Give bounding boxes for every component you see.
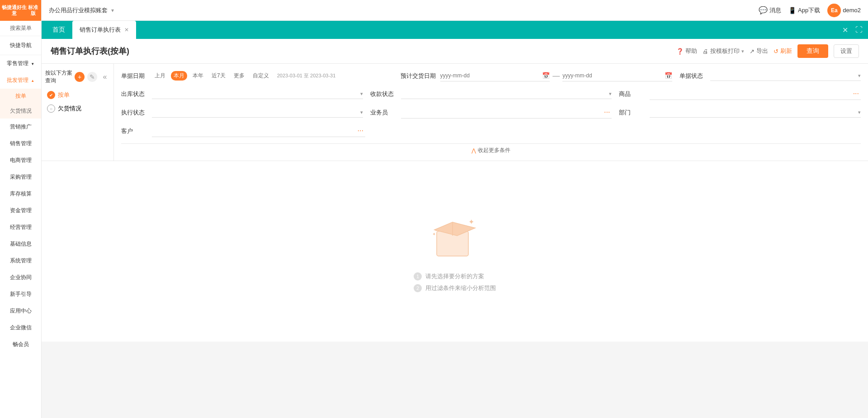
print-icon: 🖨 — [703, 48, 708, 55]
app-icon: 📱 — [788, 7, 796, 14]
sidebar-item-app-center[interactable]: 应用中心 — [0, 303, 41, 319]
message-icon: 💬 — [759, 6, 768, 14]
sidebar-item-new-guide[interactable]: 新手引导 — [0, 286, 41, 303]
add-scheme-btn[interactable]: + — [75, 72, 85, 82]
payment-status-select[interactable]: ▾ — [401, 89, 612, 99]
filter-field-customer: 客户 ··· — [121, 125, 365, 137]
salesperson-more-btn[interactable]: ··· — [602, 108, 612, 116]
app-download-btn[interactable]: 📱 App下载 — [788, 6, 820, 14]
tab-sales-order[interactable]: 销售订单执行表 ✕ — [72, 21, 136, 39]
exec-status-label: 执行状态 — [121, 109, 148, 117]
filter-field-goods: 商品 ··· — [619, 88, 861, 100]
sidebar-item-marketing[interactable]: 营销推广 — [0, 119, 41, 135]
dept-select[interactable]: ▾ — [650, 108, 861, 118]
date-quick-custom[interactable]: 自定义 — [250, 71, 272, 81]
collapse-sidebar-btn[interactable]: « — [100, 72, 110, 82]
date-quick-last-month[interactable]: 上月 — [152, 71, 168, 81]
sidebar-item-enterprise-wechat[interactable]: 企业微信 — [0, 319, 41, 336]
user-menu[interactable]: Ea demo2 — [827, 4, 861, 17]
sidebar-item-enterprise-collab[interactable]: 企业协同 — [0, 269, 41, 286]
topbar: 办公用品行业模拟账套 ▾ 💬 消息 📱 App下载 Ea demo2 — [42, 0, 868, 21]
page-content: 销售订单执行表(按单) ❓ 帮助 🖨 按模板打印 ▾ ↗ 导出 ↺ 刷新 — [42, 39, 868, 418]
out-status-select[interactable]: ▾ — [152, 89, 363, 99]
sidebar-sub-item-按单[interactable]: 按单 — [0, 89, 41, 104]
help-btn[interactable]: ❓ 帮助 — [676, 47, 697, 55]
sidebar-item-wholesale[interactable]: 批发管理 — [0, 72, 41, 89]
sidebar-sub-wholesale: 按单 欠货情况 — [0, 89, 41, 119]
tab-expand-btn[interactable]: ⛶ — [854, 24, 864, 36]
user-avatar: Ea — [827, 4, 841, 17]
sidebar-item-finance[interactable]: 资金管理 — [0, 202, 41, 219]
empty-icon: ✦ ✦ — [428, 211, 482, 265]
refresh-btn[interactable]: ↺ 刷新 — [774, 47, 792, 55]
svg-text:✦: ✦ — [432, 232, 436, 237]
quick-nav[interactable]: 快捷导航 — [0, 36, 41, 55]
status-select[interactable]: ▾ — [710, 71, 861, 81]
filter-panel: 按以下方案查询 + ✎ « ✔ 按单 ○ 欠货情况 — [42, 64, 868, 161]
message-btn[interactable]: 💬 消息 — [759, 6, 781, 14]
sidebar-item-inventory[interactable]: 库存核算 — [0, 185, 41, 202]
filter-field-salesperson: 业务员 ··· — [370, 106, 612, 119]
sidebar-item-ecommerce[interactable]: 电商管理 — [0, 152, 41, 169]
sidebar-item-quick-nav[interactable]: 快捷导航 — [0, 39, 41, 52]
expected-date-from[interactable]: 📅 — [440, 70, 550, 81]
topbar-right: 💬 消息 📱 App下载 Ea demo2 — [759, 4, 861, 17]
salesperson-label: 业务员 — [370, 109, 397, 117]
exec-status-arrow: ▾ — [360, 109, 363, 115]
filter-item-按单[interactable]: ✔ 按单 — [45, 88, 110, 102]
status-label: 单据状态 — [679, 72, 707, 80]
sidebar-item-operations[interactable]: 经营管理 — [0, 219, 41, 236]
query-button[interactable]: 查询 — [797, 44, 828, 58]
dept-arrow: ▾ — [858, 109, 861, 115]
sidebar-item-purchase[interactable]: 采购管理 — [0, 169, 41, 185]
print-dropdown-icon[interactable]: ▾ — [741, 48, 744, 54]
date-separator: — — [552, 72, 560, 80]
filter-item-欠货情况[interactable]: ○ 欠货情况 — [45, 102, 110, 115]
goods-more-btn[interactable]: ··· — [851, 90, 861, 98]
filter-row-4: 客户 ··· — [121, 125, 861, 137]
exec-status-select[interactable]: ▾ — [152, 108, 363, 118]
date-label: 单据日期 — [121, 72, 148, 80]
expected-date-label: 预计交货日期 — [401, 72, 437, 80]
sidebar-item-vip-member[interactable]: 畅会员 — [0, 336, 41, 353]
page-title: 销售订单执行表(按单) — [51, 46, 129, 57]
tab-close-btn[interactable]: ✕ — [840, 24, 850, 36]
sidebar-item-system[interactable]: 系统管理 — [0, 252, 41, 269]
date-quick-this-year[interactable]: 本年 — [190, 71, 206, 81]
print-btn[interactable]: 🖨 按模板打印 ▾ — [703, 47, 744, 55]
collapse-icon: ⋀ — [472, 147, 476, 154]
main-content: 办公用品行业模拟账套 ▾ 💬 消息 📱 App下载 Ea demo2 首页 销售… — [42, 0, 868, 418]
filter-item-icon-按单: ✔ — [47, 91, 55, 99]
customer-more-btn[interactable]: ··· — [356, 127, 365, 135]
date-quick-select: 上月 本月 本年 近7天 更多 自定义 — [152, 71, 272, 81]
sidebar-item-sales[interactable]: 销售管理 — [0, 135, 41, 152]
filter-row-2: 出库状态 ▾ 收款状态 ▾ 商品 — [121, 88, 861, 100]
filter-sidebar-actions: + ✎ « — [75, 72, 110, 82]
empty-text-item-2: 2 用过滤条件来缩小分析范围 — [414, 284, 496, 292]
empty-text-item-1: 1 请先选择要分析的方案 — [414, 272, 496, 280]
collapse-bar[interactable]: ⋀ 收起更多条件 — [121, 143, 861, 157]
export-btn[interactable]: ↗ 导出 — [750, 47, 768, 55]
expected-date-to[interactable]: 📅 — [562, 70, 672, 81]
settings-button[interactable]: 设置 — [834, 44, 859, 58]
expected-date-to-input[interactable] — [562, 72, 665, 79]
search-menu[interactable]: 搜索菜单 — [0, 21, 41, 36]
date-quick-this-month[interactable]: 本月 — [171, 71, 187, 81]
filter-field-expected-date: 预计交货日期 📅 — 📅 — [401, 70, 673, 81]
out-status-label: 出库状态 — [121, 90, 148, 98]
sidebar-sub-item-欠货情况[interactable]: 欠货情况 — [0, 104, 41, 119]
date-quick-more[interactable]: 更多 — [231, 71, 247, 81]
date-quick-7days[interactable]: 近7天 — [209, 71, 228, 81]
filter-item-icon-欠货情况: ○ — [47, 104, 55, 113]
filter-field-exec-status: 执行状态 ▾ — [121, 108, 363, 118]
sidebar-item-retail[interactable]: 零售管理 — [0, 55, 41, 72]
calendar-to-icon[interactable]: 📅 — [665, 72, 672, 79]
edit-scheme-btn[interactable]: ✎ — [87, 72, 97, 82]
expected-date-from-input[interactable] — [440, 72, 542, 79]
calendar-from-icon[interactable]: 📅 — [542, 72, 550, 79]
sidebar-item-basic-info[interactable]: 基础信息 — [0, 236, 41, 252]
tabbar: 首页 销售订单执行表 ✕ ✕ ⛶ — [42, 21, 868, 39]
topbar-dropdown-icon[interactable]: ▾ — [111, 7, 114, 14]
tab-close-icon[interactable]: ✕ — [124, 27, 129, 33]
tab-home[interactable]: 首页 — [45, 21, 72, 39]
